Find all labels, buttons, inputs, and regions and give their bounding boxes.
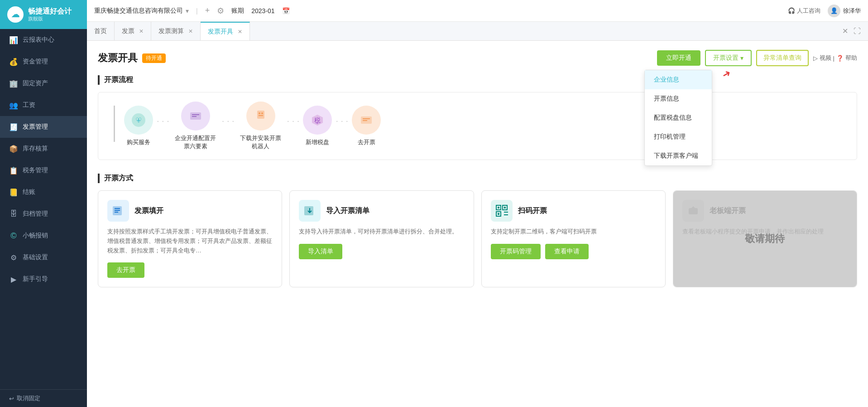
flow-arrow-3: · · · bbox=[287, 116, 300, 137]
main-area: 重庆畅捷交通信息咨询有限公司 ▾ | + ⚙ 账期 2023-01 📅 🎧 人工… bbox=[87, 0, 868, 407]
tab-invoice-issue[interactable]: 发票开具 ✕ bbox=[201, 22, 250, 40]
sidebar-item-new-guide[interactable]: ▶ 新手引导 bbox=[0, 268, 87, 290]
settings-dropdown-menu: 企业信息 开票信息 配置税盘信息 打印机管理 下载开票客户端 bbox=[644, 70, 712, 166]
svg-rect-17 bbox=[115, 208, 120, 209]
sidebar-item-cloud-report[interactable]: 📊 云报表中心 bbox=[0, 29, 87, 51]
sidebar-item-accounting[interactable]: 📒 结账 bbox=[0, 181, 87, 203]
go-invoice-icon bbox=[352, 106, 381, 135]
page-title: 发票开具 bbox=[98, 51, 138, 65]
method-card-boss-invoice: 老板端开票 查看老板端小程序提交的开票申请，并作出相应的处理 敬请期待 bbox=[673, 190, 857, 287]
calendar-icon[interactable]: 📅 bbox=[282, 7, 290, 15]
import-list-desc: 支持导入待开票清单，可对待开票清单进行拆分、合并处理。 bbox=[299, 227, 464, 237]
svg-rect-14 bbox=[363, 118, 370, 119]
svg-rect-5 bbox=[192, 116, 197, 117]
flow-step-buy-service: ♡+ 购买服务 bbox=[124, 106, 153, 146]
company-selector[interactable]: 重庆畅捷交通信息咨询有限公司 ▾ bbox=[94, 7, 189, 15]
sidebar-item-archive-mgmt[interactable]: 🗄 归档管理 bbox=[0, 203, 87, 225]
activate-button[interactable]: 立即开通 bbox=[657, 50, 700, 66]
flow-section: 开票流程 ♡+ 购买服务 · · · bbox=[98, 75, 857, 160]
fill-invoice-icon bbox=[107, 200, 129, 222]
svg-point-8 bbox=[261, 112, 263, 114]
fill-invoice-desc: 支持按照发票样式手工填开发票；可开具增值税电子普通发票、增值税普通发票、增值税专… bbox=[107, 227, 273, 255]
tab-invoice-issue-close[interactable]: ✕ bbox=[238, 29, 242, 35]
svg-rect-28 bbox=[504, 212, 508, 213]
topbar: 重庆畅捷交通信息咨询有限公司 ▾ | + ⚙ 账期 2023-01 📅 🎧 人工… bbox=[87, 0, 868, 22]
import-list-button[interactable]: 导入清单 bbox=[299, 244, 342, 259]
sidebar-item-small-report[interactable]: © 小畅报销 bbox=[0, 225, 87, 247]
period-value: 2023-01 bbox=[251, 7, 274, 15]
import-list-header: 导入开票清单 bbox=[299, 200, 464, 222]
scan-invoice-desc: 支持定制开票二维码，客户端可扫码开票 bbox=[491, 227, 656, 237]
dropdown-item-invoice-info[interactable]: 开票信息 bbox=[645, 89, 712, 108]
sidebar-item-fund-mgmt[interactable]: 💰 资金管理 bbox=[0, 51, 87, 73]
tab-invoice-calc-close[interactable]: ✕ bbox=[188, 28, 193, 34]
disabled-overlay: 敬请期待 bbox=[673, 191, 857, 287]
fund-icon: 💰 bbox=[9, 57, 18, 66]
sidebar-nav: 📊 云报表中心 💰 资金管理 🏢 固定资产 👥 工资 🧾 发票管理 📦 bbox=[0, 29, 87, 389]
cancel-fixed-icon: ↩ bbox=[9, 395, 14, 402]
tab-home[interactable]: 首页 bbox=[87, 22, 115, 40]
page-title-left: 发票开具 待开通 bbox=[98, 51, 166, 65]
logo-text: 畅捷通好会计 旗舰版 bbox=[28, 7, 72, 22]
svg-rect-9 bbox=[259, 115, 263, 116]
topbar-right: 🎧 人工咨询 👤 徐泽华 bbox=[788, 5, 861, 17]
archive-icon: 🗄 bbox=[9, 209, 18, 218]
close-tab-action[interactable]: ✕ bbox=[840, 25, 850, 37]
add-tax-disk-icon: 税+ bbox=[303, 106, 332, 135]
tab-invoice-close[interactable]: ✕ bbox=[139, 28, 144, 34]
sidebar-item-fixed-assets[interactable]: 🏢 固定资产 bbox=[0, 73, 87, 94]
fill-invoice-header: 发票填开 bbox=[107, 200, 273, 222]
settings-button[interactable]: 开票设置 ▾ bbox=[705, 50, 752, 66]
sidebar-item-payroll[interactable]: 👥 工资 bbox=[0, 94, 87, 116]
svg-rect-25 bbox=[498, 207, 499, 208]
svg-rect-15 bbox=[363, 120, 367, 121]
sidebar-item-tax-mgmt[interactable]: 📋 税务管理 bbox=[0, 160, 87, 181]
guide-icon: ▶ bbox=[9, 275, 18, 284]
flow-steps: ♡+ 购买服务 · · · 企业开通配置开票六要素 · · · bbox=[98, 92, 857, 160]
tab-actions: ✕ ⛶ bbox=[840, 25, 868, 37]
tab-invoice[interactable]: 发票 ✕ bbox=[115, 22, 151, 40]
sidebar-item-inventory[interactable]: 📦 库存核算 bbox=[0, 138, 87, 160]
fill-invoice-button[interactable]: 去开票 bbox=[107, 262, 144, 278]
small-report-icon: © bbox=[9, 231, 18, 240]
dropdown-item-company-info[interactable]: 企业信息 bbox=[645, 70, 712, 89]
svg-rect-26 bbox=[504, 207, 506, 208]
inventory-icon: 📦 bbox=[9, 144, 18, 153]
svg-rect-19 bbox=[115, 212, 118, 213]
import-list-icon bbox=[299, 200, 321, 222]
scan-invoice-icon bbox=[491, 200, 513, 222]
fixed-assets-icon: 🏢 bbox=[9, 79, 18, 88]
support-button[interactable]: 🎧 人工咨询 bbox=[788, 7, 820, 15]
user-button[interactable]: 👤 徐泽华 bbox=[828, 5, 861, 17]
sidebar-item-invoice-mgmt[interactable]: 🧾 发票管理 bbox=[0, 116, 87, 138]
topbar-settings-icon[interactable]: ⚙ bbox=[217, 6, 224, 16]
invoice-mgmt-icon: 🧾 bbox=[9, 122, 18, 131]
svg-rect-27 bbox=[498, 213, 499, 215]
buy-service-icon: ♡+ bbox=[124, 106, 153, 135]
svg-rect-29 bbox=[504, 214, 508, 215]
flow-arrow-2: · · · bbox=[222, 116, 235, 137]
tab-invoice-calc[interactable]: 发票测算 ✕ bbox=[151, 22, 201, 40]
svg-rect-4 bbox=[192, 114, 199, 115]
dropdown-item-tax-disk-config[interactable]: 配置税盘信息 bbox=[645, 108, 712, 127]
svg-point-7 bbox=[259, 112, 260, 114]
dropdown-item-printer-mgmt[interactable]: 打印机管理 bbox=[645, 127, 712, 146]
view-application-button[interactable]: 查看申请 bbox=[545, 244, 589, 259]
flow-step-config-enterprise: 企业开通配置开票六要素 bbox=[173, 102, 218, 150]
qr-code-mgmt-button[interactable]: 开票码管理 bbox=[491, 244, 541, 259]
method-card-scan-invoice: 扫码开票 支持定制开票二维码，客户端可扫码开票 开票码管理 查看申请 bbox=[481, 190, 666, 287]
dropdown-item-download-client[interactable]: 下载开票客户端 bbox=[645, 146, 712, 165]
exception-list-button[interactable]: 异常清单查询 bbox=[756, 50, 809, 66]
expand-tab-action[interactable]: ⛶ bbox=[852, 25, 863, 37]
methods-section: 开票方式 发票填开 支持按照发票样式手工填开发票；可开具增值税电子普通发票、增值… bbox=[98, 174, 857, 287]
flow-section-title: 开票流程 bbox=[98, 75, 857, 85]
play-icon: ▷ bbox=[813, 55, 818, 62]
sidebar-item-basic-settings[interactable]: ⚙ 基础设置 bbox=[0, 247, 87, 268]
method-card-fill-invoice: 发票填开 支持按照发票样式手工填开发票；可开具增值税电子普通发票、增值税普通发票… bbox=[98, 190, 282, 287]
cancel-fixed-button[interactable]: ↩ 取消固定 bbox=[0, 389, 87, 407]
add-company-button[interactable]: + bbox=[205, 6, 210, 15]
config-enterprise-icon bbox=[181, 102, 210, 131]
method-card-import-list: 导入开票清单 支持导入待开票清单，可对待开票清单进行拆分、合并处理。 导入清单 bbox=[289, 190, 474, 287]
svg-rect-20 bbox=[304, 206, 313, 215]
video-button[interactable]: ▷ 视频 | ❓ 帮助 bbox=[813, 54, 857, 62]
